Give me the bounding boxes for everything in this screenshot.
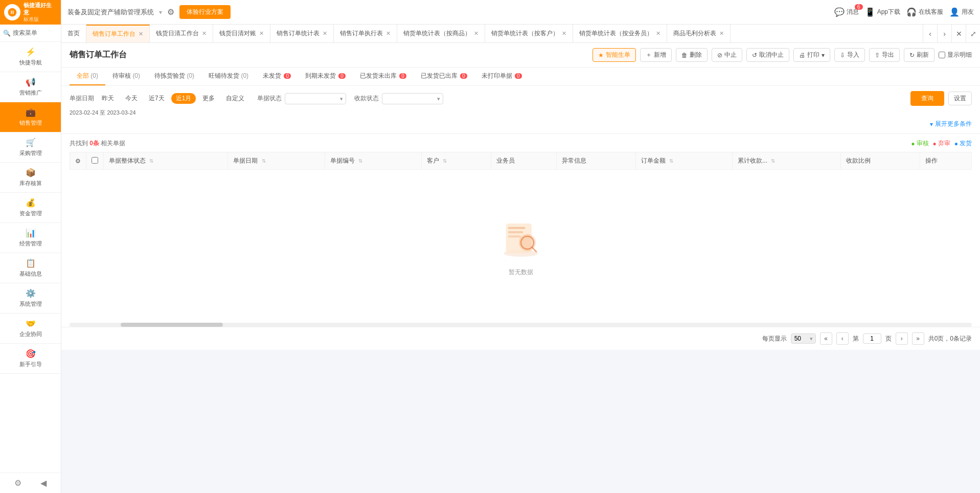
message-action[interactable]: 💬 6 消息 <box>834 7 859 17</box>
tab-close-sales-exec[interactable]: ✕ <box>386 30 391 37</box>
ship-button[interactable]: ● 发货 <box>954 139 972 148</box>
gear-icon[interactable]: ⚙ <box>167 7 174 17</box>
delete-button[interactable]: 🗑 删除 <box>676 48 708 62</box>
col-staff: 业务员 <box>491 152 556 170</box>
page-first-button[interactable]: « <box>820 332 832 345</box>
import-button[interactable]: ⇩ 导入 <box>834 48 865 62</box>
tab-close-sales-summary-product[interactable]: ✕ <box>474 30 478 37</box>
sort-icon-received[interactable]: ⇅ <box>771 158 775 164</box>
new-button[interactable]: ＋ 新增 <box>640 48 672 62</box>
app-download-action[interactable]: 📱 App下载 <box>865 7 900 17</box>
cancel-stop-button[interactable]: ↺ 取消中止 <box>746 48 789 62</box>
tab-close-sales-summary-staff[interactable]: ✕ <box>656 30 660 37</box>
tab-close-all-button[interactable]: ✕ <box>951 25 966 43</box>
sidebar-item-search[interactable]: 🔍 搜索菜单 <box>0 25 61 42</box>
status-select[interactable] <box>285 93 346 104</box>
user-action[interactable]: 👤 用友 <box>949 7 974 17</box>
tab-close-sales-summary-customer[interactable]: ✕ <box>562 30 566 37</box>
tab-sales-summary-product[interactable]: 销货单统计表（按商品） ✕ <box>397 25 485 43</box>
tab-cash-reconcile[interactable]: 钱货日清对账 ✕ <box>213 25 270 43</box>
tab-sales-summary-customer[interactable]: 销货单统计表（按客户） ✕ <box>485 25 573 43</box>
tab-cash-daily[interactable]: 钱货日清工作台 ✕ <box>150 25 213 43</box>
sub-tab-shipped-out[interactable]: 已发货已出库 0 <box>414 68 474 85</box>
tab-sales-stats[interactable]: 销售订单统计表 ✕ <box>270 25 334 43</box>
sort-icon-amount[interactable]: ⇅ <box>669 158 673 164</box>
smart-order-button[interactable]: ★ 智能生单 <box>592 48 636 62</box>
print-button[interactable]: 🖨 打印 ▾ <box>793 48 830 62</box>
sub-tab-not-printed[interactable]: 未打印单据 0 <box>474 68 529 85</box>
sidebar-item-quick-nav[interactable]: ⚡ 快捷导航 <box>0 42 61 72</box>
operations-icon: 📊 <box>26 228 36 238</box>
show-detail-checkbox[interactable] <box>939 52 945 58</box>
page-number-input[interactable] <box>863 333 881 344</box>
page-prev-button[interactable]: ‹ <box>836 332 849 345</box>
col-number: 单据编号 ⇅ <box>325 152 421 170</box>
topbar-actions: 💬 6 消息 📱 App下载 🎧 在线客服 👤 用友 <box>834 7 974 17</box>
date-btn-7days[interactable]: 近7天 <box>144 93 169 104</box>
page-next-button[interactable]: › <box>896 332 908 345</box>
tab-next-button[interactable]: › <box>937 25 951 43</box>
sub-tab-not-shipped[interactable]: 未发货 0 <box>256 68 298 85</box>
col-settings[interactable]: ⚙ <box>70 152 86 170</box>
tab-close-sales-order[interactable]: ✕ <box>139 31 143 37</box>
headset-icon: 🎧 <box>906 7 917 17</box>
dropdown-icon[interactable]: ▾ <box>159 9 162 16</box>
sidebar-item-cooperation[interactable]: 🤝 企业协同 <box>0 313 61 344</box>
tab-sales-exec[interactable]: 销售订单执行表 ✕ <box>334 25 397 43</box>
tab-close-product-margin[interactable]: ✕ <box>719 30 724 37</box>
expand-button[interactable]: ▾ 展开更多条件 <box>930 120 972 128</box>
sidebar-item-label: 快捷导航 <box>19 59 42 66</box>
sub-tab-pending-review[interactable]: 待审核 (0) <box>105 68 147 85</box>
sub-tab-shipped-not-out[interactable]: 已发货未出库 0 <box>353 68 414 85</box>
query-button[interactable]: 查询 <box>910 91 944 106</box>
revoke-button[interactable]: ● 弃审 <box>933 139 950 148</box>
sidebar-item-sales[interactable]: 💼 销售管理 <box>0 102 61 132</box>
sort-icon-status[interactable]: ⇅ <box>149 158 153 164</box>
date-btn-1month[interactable]: 近1月 <box>171 93 196 104</box>
page-last-button[interactable]: » <box>912 332 924 345</box>
sidebar-item-guide[interactable]: 🎯 新手引导 <box>0 344 61 374</box>
sidebar-item-system[interactable]: ⚙️ 系统管理 <box>0 283 61 313</box>
stop-button[interactable]: ⊘ 中止 <box>712 48 742 62</box>
sidebar-item-operations[interactable]: 📊 经营管理 <box>0 223 61 253</box>
sub-tab-all[interactable]: 全部 (0) <box>70 68 105 85</box>
tab-product-margin[interactable]: 商品毛利分析表 ✕ <box>667 25 731 43</box>
tab-close-cash-daily[interactable]: ✕ <box>202 30 207 37</box>
tab-prev-button[interactable]: ‹ <box>923 25 937 43</box>
sort-icon-customer[interactable]: ⇅ <box>443 158 447 164</box>
tab-close-sales-stats[interactable]: ✕ <box>323 30 327 37</box>
payment-select[interactable] <box>382 93 443 104</box>
sort-icon-number[interactable]: ⇅ <box>358 158 362 164</box>
solution-button[interactable]: 体验行业方案 <box>179 5 231 19</box>
sub-tab-pending-inspect[interactable]: 待拣货验货 (0) <box>147 68 201 85</box>
show-detail-label[interactable]: 显示明细 <box>939 51 972 59</box>
page-size-select[interactable]: 50 10 20 100 <box>791 333 816 344</box>
date-btn-yesterday[interactable]: 昨天 <box>97 93 119 104</box>
date-btn-custom[interactable]: 自定义 <box>221 93 249 104</box>
tab-maximize-button[interactable]: ⤢ <box>966 25 980 43</box>
select-all-checkbox[interactable] <box>92 157 98 164</box>
tab-close-cash-reconcile[interactable]: ✕ <box>259 30 264 37</box>
sub-tab-wangpu-pending[interactable]: 旺铺待发货 (0) <box>201 68 256 85</box>
export-button[interactable]: ⇧ 导出 <box>869 48 900 62</box>
scrollbar-thumb[interactable] <box>121 323 223 327</box>
approve-button[interactable]: ● 审核 <box>911 139 928 148</box>
sub-tab-overdue-not-shipped[interactable]: 到期未发货 0 <box>298 68 353 85</box>
tab-sales-order[interactable]: 销售订单工作台 ✕ <box>86 25 150 43</box>
date-btn-more[interactable]: 更多 <box>198 93 219 104</box>
date-btn-today[interactable]: 今天 <box>121 93 142 104</box>
sidebar-item-purchase[interactable]: 🛒 采购管理 <box>0 132 61 163</box>
sidebar-item-finance[interactable]: 💰 资金管理 <box>0 193 61 223</box>
collapse-icon[interactable]: ◀ <box>40 478 47 488</box>
settings-btn[interactable]: 设置 <box>948 92 972 105</box>
sidebar-item-marketing[interactable]: 📢 营销推广 <box>0 72 61 102</box>
horizontal-scrollbar[interactable] <box>70 323 972 327</box>
refresh-button[interactable]: ↻ 刷新 <box>904 48 935 62</box>
tab-home[interactable]: 首页 <box>61 25 86 43</box>
settings-bottom-icon[interactable]: ⚙ <box>14 478 21 488</box>
sidebar-item-inventory[interactable]: 📦 库存核算 <box>0 163 61 193</box>
sidebar-item-basic-info[interactable]: 📋 基础信息 <box>0 253 61 283</box>
sort-icon-date[interactable]: ⇅ <box>262 158 266 164</box>
tab-sales-summary-staff[interactable]: 销货单统计表（按业务员） ✕ <box>573 25 667 43</box>
online-service-action[interactable]: 🎧 在线客服 <box>906 7 943 17</box>
